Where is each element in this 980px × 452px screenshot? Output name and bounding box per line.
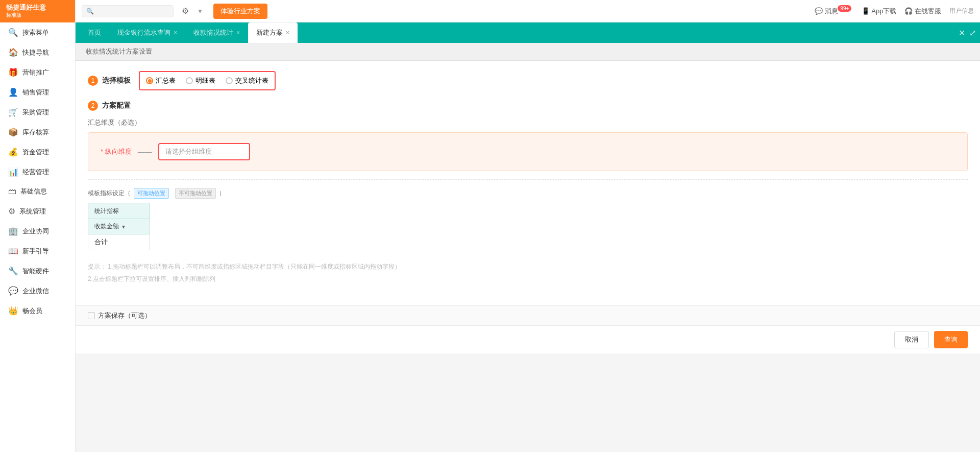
close-window-icon[interactable]: ✕ [959, 28, 965, 38]
sidebar-item-label: 畅会员 [22, 306, 42, 316]
sidebar-item-label: 经营管理 [22, 168, 49, 177]
sidebar-item-label: 快捷导航 [22, 48, 49, 57]
sidebar-item-system[interactable]: ⚙ 系统管理 [0, 201, 75, 221]
sidebar-item-marketing[interactable]: 🎁 营销推广 [0, 62, 75, 82]
sidebar-item-member[interactable]: 👑 畅会员 [0, 301, 75, 321]
step1-header: 1 选择模板 汇总表 明细表 交叉统计表 [88, 71, 968, 90]
home-icon: 🏠 [8, 47, 18, 57]
notification-label: 消息 [825, 7, 838, 15]
download-area[interactable]: 📱 App下载 [862, 7, 896, 16]
person-icon: 👤 [8, 87, 18, 97]
sidebar-item-base-info[interactable]: 🗃 基础信息 [0, 182, 75, 201]
metric-col-label: 收款金额 [94, 222, 119, 231]
metrics-table: 统计指标 收款金额 ▾ 合计 [88, 203, 968, 250]
user-info[interactable]: 用户信息 [949, 7, 974, 15]
query-button[interactable]: 查询 [934, 331, 968, 348]
tab-label: 新建方案 [256, 28, 283, 37]
dimension-row: * 纵向维度 —— 请选择分组维度 [101, 143, 955, 160]
tab-bank-flow[interactable]: 现金银行流水查询 × [109, 22, 185, 43]
sidebar-item-label: 企业协同 [22, 227, 49, 236]
radio-circle-detail [186, 77, 193, 84]
sidebar-item-sales[interactable]: 👤 销售管理 [0, 82, 75, 102]
notification-badge: 99+ [838, 5, 851, 12]
sidebar-item-search-menu[interactable]: 🔍 搜索菜单 [0, 22, 75, 42]
radio-detail[interactable]: 明细表 [186, 76, 215, 85]
tab-collection-stats[interactable]: 收款情况统计 × [185, 22, 248, 43]
sidebar-item-operations[interactable]: 📊 经营管理 [0, 162, 75, 182]
sidebar-item-hardware[interactable]: 🔧 智能硬件 [0, 261, 75, 281]
download-icon: 📱 [862, 7, 870, 15]
service-label: 在线客服 [915, 7, 941, 15]
sidebar-item-label: 销售管理 [22, 88, 49, 97]
cancel-button[interactable]: 取消 [894, 331, 929, 348]
search-bar[interactable]: 🔍 [82, 5, 174, 17]
radio-circle-summary [146, 77, 153, 84]
building-icon: 🏢 [8, 226, 18, 236]
sidebar-item-enterprise[interactable]: 🏢 企业协同 [0, 221, 75, 241]
save-plan-option[interactable]: 方案保存（可选） [88, 311, 151, 320]
close-tab-icon[interactable]: × [286, 29, 289, 36]
vertical-dimension-label: * 纵向维度 [101, 147, 132, 156]
box-icon: 📦 [8, 127, 18, 137]
metrics-header-text: 模板指标设定（ [88, 189, 131, 198]
app-version: 标准版 [6, 12, 46, 19]
hints-section: 提示： 1.拖动标题栏可以调整布局，不可跨维度或指标区域拖动栏目字段（只能在同一… [88, 260, 968, 285]
sidebar-item-wechat[interactable]: 💬 企业微信 [0, 281, 75, 301]
settings-gear-icon[interactable]: ⚙ [182, 6, 189, 16]
arrow-icon: —— [138, 148, 152, 156]
template-radio-group: 汇总表 明细表 交叉统计表 [139, 71, 276, 90]
money-icon: 💰 [8, 147, 18, 157]
metric-col-header[interactable]: 收款金额 ▾ [88, 219, 150, 234]
sidebar-item-inventory[interactable]: 📦 库存核算 [0, 122, 75, 142]
service-area[interactable]: 🎧 在线客服 [904, 7, 941, 16]
gift-icon: 🎁 [8, 67, 18, 77]
metric-row-total: 合计 [88, 234, 150, 250]
non-draggable-tag: 不可拖动位置 [175, 188, 216, 199]
dropdown-arrow-icon[interactable]: ▼ [197, 8, 203, 15]
metrics-section-header: 统计指标 [88, 203, 150, 219]
radio-summary[interactable]: 汇总表 [146, 76, 176, 85]
sidebar-item-purchase[interactable]: 🛒 采购管理 [0, 102, 75, 122]
close-tab-icon[interactable]: × [236, 29, 240, 36]
sidebar-item-label: 企业微信 [22, 287, 49, 296]
sidebar-item-guide[interactable]: 📖 新手引导 [0, 241, 75, 261]
sidebar-item-label: 智能硬件 [22, 267, 49, 276]
footer-actions: 取消 查询 [76, 325, 980, 353]
step1-section: 1 选择模板 汇总表 明细表 交叉统计表 [88, 71, 968, 90]
page-content: 收款情况统计方案设置 1 选择模板 汇总表 明细表 [76, 43, 980, 452]
app-logo: 畅捷通好生意 标准版 [0, 0, 75, 22]
sidebar-item-label: 新手引导 [22, 247, 49, 256]
sidebar-item-label: 基础信息 [20, 187, 47, 196]
crown-icon: 👑 [8, 306, 18, 316]
radio-circle-cross [226, 77, 233, 84]
chat-icon: 💬 [8, 286, 18, 296]
database-icon: 🗃 [8, 187, 16, 196]
dropdown-icon: ▾ [122, 223, 125, 230]
maximize-icon[interactable]: ⤢ [969, 28, 976, 38]
step2-section: 2 方案配置 汇总维度（必选） * 纵向维度 —— 请选择分组维度 [88, 101, 968, 285]
tab-label: 首页 [88, 28, 101, 37]
metrics-close-text: ） [219, 189, 225, 198]
app-name: 畅捷通好生意 [6, 4, 46, 12]
metric-row-label: 合计 [94, 238, 108, 246]
sidebar-item-finance[interactable]: 💰 资金管理 [0, 142, 75, 162]
metrics-column: 收款金额 ▾ 合计 [88, 219, 150, 250]
tab-home[interactable]: 首页 [80, 22, 109, 43]
sidebar-item-label: 搜索菜单 [22, 28, 49, 37]
trial-button[interactable]: 体验行业方案 [213, 4, 267, 19]
radio-cross[interactable]: 交叉统计表 [226, 76, 268, 85]
notification-area[interactable]: 💬 消息 99+ [815, 7, 853, 16]
dimension-select[interactable]: 请选择分组维度 [158, 143, 250, 160]
sidebar-item-label: 库存核算 [22, 128, 49, 137]
form-area: 1 选择模板 汇总表 明细表 交叉统计表 [76, 61, 980, 305]
tabbar: 首页 现金银行流水查询 × 收款情况统计 × 新建方案 × ✕ ⤢ [76, 22, 980, 43]
radio-label-cross: 交叉统计表 [235, 76, 268, 85]
save-plan-checkbox[interactable] [88, 312, 95, 319]
page-title: 收款情况统计方案设置 [86, 47, 152, 55]
sidebar: 畅捷通好生意 标准版 🔍 搜索菜单 🏠 快捷导航 🎁 营销推广 👤 销售管理 🛒… [0, 0, 76, 452]
sidebar-item-quick-nav[interactable]: 🏠 快捷导航 [0, 42, 75, 62]
close-tab-icon[interactable]: × [174, 29, 177, 36]
settings-icon: ⚙ [8, 206, 15, 216]
tab-new-plan[interactable]: 新建方案 × [248, 22, 298, 43]
draggable-tag: 可拖动位置 [134, 188, 169, 199]
